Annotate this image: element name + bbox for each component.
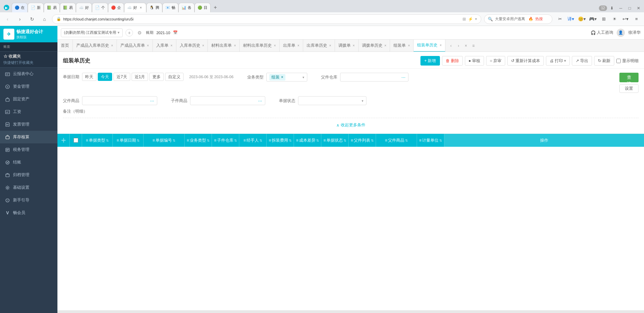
th-order-no[interactable]: ≡ 单据编号 ⇅ [144,134,185,147]
sort-disassembly-fee[interactable]: ⇅ [289,139,292,142]
sidebar-item-settle[interactable]: 结账 [0,156,57,169]
games-icon[interactable]: 🎮▾ [588,14,598,24]
page-tab-assembly-hist[interactable]: 调拨单历史 × [359,40,390,52]
sun-icon[interactable]: ☀ [610,14,619,24]
emoji-icon[interactable]: 😊▾ [577,14,587,24]
biz-type-tag-close[interactable]: × [281,75,283,80]
maximize-button[interactable]: □ [626,4,634,12]
week-btn[interactable]: 近7天 [113,73,130,81]
tabs-menu-btn[interactable]: ≡ [470,42,477,49]
add-company-btn[interactable]: + [125,29,133,37]
tabs-next-btn[interactable]: › [455,42,462,49]
parent-wh-dots[interactable]: ··· [401,74,405,80]
sidebar-item-fixed-assets[interactable]: 固定资产 [0,93,57,105]
sort-handler[interactable]: ⇅ [259,139,262,142]
tab-close-prod-in-hist[interactable]: × [111,44,113,47]
parent-goods-input[interactable]: ··· [82,96,157,105]
parent-wh-selector[interactable]: ··· [340,73,408,82]
th-order-status[interactable]: ≡ 单据状态 ⇅ [321,134,349,147]
horizontal-scrollbar[interactable] [57,310,644,313]
th-handler[interactable]: ≡ 经手人 ⇅ [239,134,267,147]
user-avatar[interactable]: 👤 [617,29,625,37]
abandon-button[interactable]: ○ 弃审 [486,56,505,66]
th-unit[interactable]: ≡ 计量单位 ⇅ [417,134,444,147]
reload-button[interactable]: ↻ [27,14,37,24]
sort-unit[interactable]: ⇅ [439,139,442,142]
tabs-prev-btn[interactable]: ‹ [447,42,454,49]
browser-tab-11[interactable]: 📊 各 [178,3,194,12]
tab-close-assembly-hist[interactable]: × [385,44,387,47]
parent-goods-dots[interactable]: ··· [150,98,154,103]
sidebar-item-invoice[interactable]: 发票管理 [0,118,57,131]
child-goods-input[interactable]: ··· [190,96,265,105]
browser-tab-8[interactable]: ☁️ 好 × [124,3,146,12]
sort-order-type[interactable]: ⇅ [106,139,109,142]
th-parent-list[interactable]: ≡ 父件列表 ⇅ [349,134,376,147]
back-button[interactable]: ‹ [3,14,12,24]
page-tab-mat-out[interactable]: 材料出库单 × [208,40,240,52]
tabs-close-btn[interactable]: × [462,42,469,49]
sort-order-status[interactable]: ⇅ [344,139,346,142]
sort-cost-diff[interactable]: ⇅ [316,139,319,142]
child-goods-dots[interactable]: ··· [258,98,262,103]
sidebar-item-archive[interactable]: 归档管理 [0,169,57,181]
home-button[interactable]: ⌂ [40,14,49,24]
page-tab-home[interactable]: 首页 [57,40,73,52]
print-button[interactable]: 🖨 打印 ▾ [546,56,570,66]
sort-order-date[interactable]: ⇅ [137,139,139,142]
page-tab-prod-in-hist[interactable]: 产成品入库单历史 × [73,40,117,52]
sidebar-item-payroll[interactable]: 工资 [0,105,57,118]
sort-child-wh[interactable]: ⇅ [234,139,237,142]
close-button[interactable]: ✕ [634,4,643,12]
today-btn[interactable]: 今天 [98,73,112,81]
browser-tab-10[interactable]: 📧 畅 [162,3,178,12]
menu-icon[interactable]: ≡ [632,14,641,24]
yesterday-btn[interactable]: 昨天 [82,73,96,81]
tab-close-out-hist[interactable]: × [329,44,331,47]
th-order-type[interactable]: ≡ 单据类型 ⇅ [82,134,113,147]
sidebar-item-basic[interactable]: 基础设置 [0,181,57,194]
consult-btn[interactable]: 🎧 人工咨询 [591,30,613,35]
export-button[interactable]: ↗ 导出 [572,56,592,66]
th-child-wh[interactable]: ≡ 子件仓库 ⇅ [212,134,239,147]
biz-type-selector[interactable]: 组装 × ▾ [266,73,307,82]
period-selector[interactable]: 账期 2021-10 📅 [146,30,177,35]
tab-close-in-order[interactable]: × [171,44,173,47]
browser-tab-4[interactable]: 📗 易 [60,3,76,12]
tab-close-mat-out[interactable]: × [234,44,236,47]
undo-icon[interactable]: ↩▾ [621,14,630,24]
settings-gear-icon[interactable]: ⚙ [136,29,143,37]
sidebar-item-tax[interactable]: 税务管理 [0,143,57,156]
more-btn[interactable]: 更多 [149,73,164,81]
th-checkbox[interactable] [70,134,82,147]
query-button[interactable]: 查询 [619,73,639,82]
tab-close-prod-in[interactable]: × [147,44,149,47]
sort-biz-type[interactable]: ⇅ [207,139,210,142]
page-tab-in-hist[interactable]: 入库单历史 × [176,40,208,52]
browser-tab-7[interactable]: 🔴 企 [108,3,124,12]
add-button[interactable]: + 新增 [420,56,440,66]
page-tab-prod-in[interactable]: 产成品入库单 × [117,40,153,52]
month-btn[interactable]: 近1月 [132,73,148,81]
th-biz-type[interactable]: ≡ 业务类型 ⇅ [185,134,212,147]
tab-close-mat-out-hist[interactable]: × [274,44,276,47]
th-disassembly-fee[interactable]: ≡ 拆装费用 ⇅ [267,134,294,147]
browser-tab-1[interactable]: 🔵 在 [12,3,28,12]
recalc-button[interactable]: ↺ 重新计算成本 [507,56,544,66]
sidebar-item-inventory[interactable]: 库存核算 [0,131,57,143]
sidebar-item-fund[interactable]: ¥ 资金管理 [0,80,57,93]
new-tab-button[interactable]: + [211,3,220,12]
search-bar[interactable]: 🔍 大量安卓用户逃离 🔥 热搜 [484,14,552,24]
custom-btn[interactable]: 自定义 [165,73,184,81]
browser-tab-5[interactable]: ☁️ 好 [76,3,92,12]
th-settings[interactable] [57,134,70,147]
tab-close-8[interactable]: × [138,5,143,10]
th-cost-diff[interactable]: ≡ 成本差异 ⇅ [294,134,321,147]
audit-button[interactable]: ● 审核 [465,56,484,66]
scissors-icon[interactable]: ✂ [555,14,565,24]
forward-button[interactable]: › [15,14,25,24]
browser-tab-9[interactable]: 🐧 腾 [146,3,162,12]
grid-icon[interactable]: ⊞ [599,14,608,24]
tab-close-kit[interactable]: × [408,44,410,47]
tab-close-out[interactable]: × [297,44,299,47]
